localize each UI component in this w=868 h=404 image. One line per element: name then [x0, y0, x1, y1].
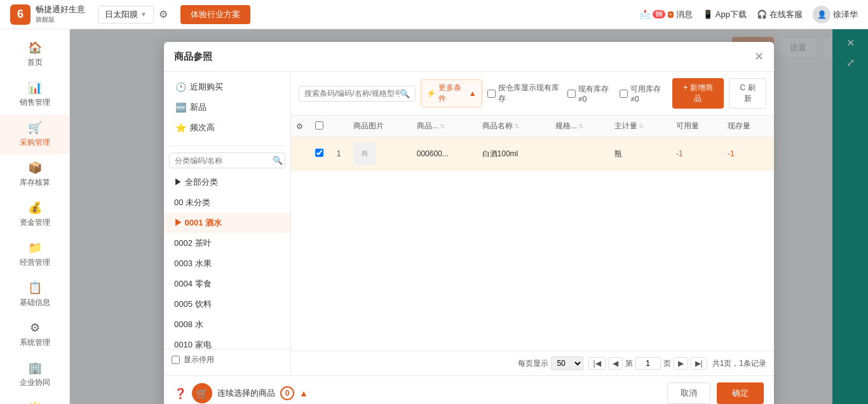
per-page-dropdown[interactable]: 10 20 50 100 [551, 356, 583, 370]
category-item-snack[interactable]: 0004 零食 [164, 274, 290, 294]
close-icon[interactable]: ✕ [754, 50, 764, 64]
message-nav-item[interactable]: 📩 99 + 消息 [640, 9, 692, 20]
purchase-icon: 🛒 [28, 121, 42, 135]
first-page-button[interactable]: |◀ [588, 357, 605, 370]
th-name[interactable]: 商品名称⇅ [477, 116, 550, 137]
checkbox-available[interactable] [620, 90, 628, 98]
th-settings: ⚙ [291, 116, 310, 137]
sidebar-item-finance[interactable]: 💰 资金管理 [0, 194, 69, 234]
cart-icon[interactable]: 🛒 [192, 383, 212, 403]
category-search-icon[interactable]: 🔍 [273, 156, 283, 165]
filter-button[interactable]: ⚡ 更多条件 ▲ [421, 79, 482, 107]
modal-bottom-right: 取消 确定 [667, 382, 764, 404]
quick-item-new[interactable]: 🆕 新品 [169, 97, 285, 118]
sidebar-item-enterprise-label: 企业协同 [20, 377, 50, 388]
checkbox-filter-available[interactable]: 可用库存≠0 [620, 84, 667, 104]
category-item-tea[interactable]: 0002 茶叶 [164, 233, 290, 253]
help-icon[interactable]: ❓ [174, 387, 187, 400]
checkbox-warehouse-label: 按仓库显示现有库存 [498, 83, 563, 104]
nav-right: 📩 99 + 消息 📱 App下载 🎧 在线客服 👤 徐泽华 [640, 6, 858, 24]
checkbox-stock[interactable] [567, 90, 576, 98]
th-available: 可用量 [671, 116, 722, 137]
category-item-water[interactable]: 0008 水 [164, 314, 290, 335]
service-nav-item[interactable]: 🎧 在线客服 [757, 9, 803, 20]
category-liquor-label: ▶ 0001 酒水 [174, 217, 222, 229]
quick-section: 🕐 近期购买 🆕 新品 ⭐ 频次高 [164, 77, 290, 143]
select-all-checkbox[interactable] [315, 121, 323, 130]
operation-icon: 📁 [28, 241, 42, 255]
last-page-button[interactable]: ▶| [691, 357, 707, 370]
category-search-input[interactable] [175, 156, 270, 165]
gear-icon[interactable]: ⚙ [159, 8, 168, 20]
td-stock: -1 [722, 137, 774, 171]
sidebar-item-inventory[interactable]: 📦 库存核算 [0, 154, 69, 194]
checkbox-filter-warehouse[interactable]: 按仓库显示现有库存 [487, 83, 563, 104]
experience-button[interactable]: 体验行业方案 [180, 5, 250, 24]
sidebar-item-inventory-label: 库存核算 [20, 177, 50, 188]
sidebar-item-sales[interactable]: 📊 销售管理 [0, 74, 69, 114]
system-icon: ⚙ [30, 321, 40, 335]
store-dropdown[interactable]: 日太阳膜 ▼ [98, 6, 154, 24]
prev-page-button[interactable]: ◀ [608, 357, 623, 370]
category-item-uncategorized[interactable]: 00 未分类 [164, 192, 290, 213]
quick-item-recent[interactable]: 🕐 近期购买 [169, 77, 285, 97]
modal-header: 商品参照 ✕ [164, 42, 774, 72]
show-disabled-checkbox[interactable] [172, 356, 180, 364]
search-input[interactable] [304, 89, 400, 98]
th-image: 商品图片 [348, 116, 412, 137]
logo-main-text: 畅捷通好生意 [36, 4, 85, 15]
category-item-appliance[interactable]: 0010 家电 [164, 335, 290, 349]
chevron-down-icon: ▼ [140, 11, 147, 18]
category-item-beverage[interactable]: 0005 饮料 [164, 294, 290, 314]
cancel-button[interactable]: 取消 [667, 382, 710, 404]
th-checkbox [310, 116, 329, 137]
checkbox-warehouse[interactable] [487, 90, 496, 98]
sidebar-item-purchase[interactable]: 🛒 采购管理 [0, 114, 69, 154]
th-unit[interactable]: 主计量⇅ [609, 116, 671, 137]
sidebar-item-enterprise[interactable]: 🏢 企业协同 [0, 354, 69, 394]
checkbox-filter-stock[interactable]: 现有库存≠0 [567, 84, 614, 104]
next-page-button[interactable]: ▶ [674, 357, 688, 370]
collapse-icon[interactable]: ▲ [299, 388, 308, 398]
sidebar-item-home[interactable]: 🏠 首页 [0, 34, 69, 74]
app-download-nav-item[interactable]: 📱 App下载 [703, 9, 747, 20]
td-num: 1 [329, 137, 348, 171]
page-input[interactable] [635, 357, 661, 370]
sidebar-item-purchase-label: 采购管理 [20, 137, 50, 148]
category-item-all[interactable]: ▶ 全部分类 [164, 172, 290, 192]
th-spec[interactable]: 规格...⇅ [550, 116, 609, 137]
table-header-row: ⚙ 商品图片 商品...⇅ 商品名称⇅ 规格...⇅ [291, 116, 774, 137]
confirm-button[interactable]: 确定 [717, 382, 764, 404]
quick-item-new-label: 新品 [190, 102, 207, 113]
message-icon: 📩 [640, 10, 650, 19]
filter-icon: ⚡ [426, 89, 436, 98]
category-item-fruit[interactable]: 0003 水果 [164, 253, 290, 274]
category-item-liquor[interactable]: ▶ 0001 酒水 [164, 213, 290, 233]
sidebar-item-guide[interactable]: 🌟 新手引导 [0, 394, 69, 404]
finance-icon: 💰 [28, 201, 42, 215]
th-code[interactable]: 商品...⇅ [412, 116, 477, 137]
show-disabled-label[interactable]: 显示停用 [184, 354, 214, 365]
search-icon[interactable]: 🔍 [400, 89, 410, 98]
app-label: App下载 [715, 9, 747, 20]
quick-item-frequent[interactable]: ⭐ 频次高 [169, 118, 285, 138]
sidebar-item-system-label: 系统管理 [20, 337, 50, 348]
enterprise-icon: 🏢 [28, 361, 42, 375]
page-size-select: 每页显示 10 20 50 100 [518, 356, 583, 370]
refresh-button[interactable]: C 刷新 [729, 78, 766, 109]
filter-label: 更多条件 [438, 83, 466, 104]
sort-arrows-code: ⇅ [440, 123, 445, 130]
user-nav-item[interactable]: 👤 徐泽华 [813, 6, 858, 24]
sidebar-item-basic[interactable]: 📋 基础信息 [0, 274, 69, 314]
home-icon: 🏠 [28, 41, 42, 55]
chevron-up-icon: ▲ [469, 89, 477, 98]
logo-area: 6 畅捷通好生意 旗舰版 [10, 4, 85, 25]
user-name: 徐泽华 [833, 9, 858, 20]
row-checkbox[interactable] [315, 149, 323, 157]
table-row[interactable]: 1 商 000600... 白酒100ml 瓶 -1 [291, 137, 774, 171]
th-num [329, 116, 348, 137]
category-uncategorized-label: 00 未分类 [174, 197, 210, 208]
sidebar-item-system[interactable]: ⚙ 系统管理 [0, 314, 69, 354]
sidebar-item-operation[interactable]: 📁 经营管理 [0, 234, 69, 274]
add-product-button[interactable]: + 新增商品 [672, 78, 724, 109]
